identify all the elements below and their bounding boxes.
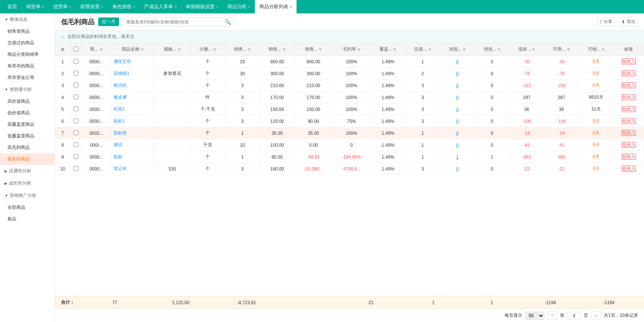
sidebar-group-cluster[interactable]: ▼ 类群量分析: [0, 83, 55, 96]
nav-close-list[interactable]: ×: [290, 5, 292, 9]
nav-close-sale[interactable]: ×: [42, 5, 44, 9]
row-no: 2: [55, 68, 70, 80]
row-sale-amount: 35.00: [295, 127, 333, 139]
col-spec[interactable]: 规格... ⇅: [154, 43, 190, 56]
sidebar-item-high-margin[interactable]: 高毛利商品: [0, 142, 55, 153]
col-current-stock[interactable]: 现有... ⇅: [509, 43, 544, 56]
row-name[interactable]: 鼠标1: [111, 115, 154, 127]
row-browse1[interactable]: 0: [440, 68, 475, 80]
nav-purchase[interactable]: 进货单 ×: [49, 0, 76, 13]
row-checkbox[interactable]: [70, 151, 81, 163]
col-browse1[interactable]: 浏览... ⇅: [440, 43, 475, 56]
col-available-stock[interactable]: 可用... ⇅: [544, 43, 579, 56]
row-name[interactable]: 鼠标: [111, 151, 154, 163]
row-browse1[interactable]: 0: [440, 139, 475, 151]
row-name[interactable]: 铅笔1: [111, 103, 154, 115]
search-input[interactable]: [126, 19, 223, 25]
share-button[interactable]: ⤴ 分享: [597, 17, 615, 26]
row-name[interactable]: 吴细细1: [111, 68, 154, 80]
sidebar-item-low-value[interactable]: 低价值商品: [0, 107, 55, 119]
nav-close-permission[interactable]: ×: [101, 5, 103, 9]
row-gross-margin: 100%: [332, 127, 371, 139]
row-browse1[interactable]: 0: [440, 80, 475, 92]
nav-close-role[interactable]: ×: [133, 5, 135, 9]
nav-close-template[interactable]: ×: [216, 5, 218, 9]
per-page-select[interactable]: 50 20 100: [525, 312, 544, 320]
nav-close-product-analysis[interactable]: ×: [248, 5, 250, 9]
nav-home[interactable]: 首页: [3, 0, 22, 13]
col-gross-margin[interactable]: 毛利率 ⇅: [332, 43, 371, 56]
row-trade-count: 1: [405, 139, 440, 151]
row-checkbox[interactable]: [70, 68, 81, 80]
row-browse1[interactable]: 1: [440, 151, 475, 163]
sidebar-item-stock-capital[interactable]: 库存资金占用: [0, 72, 55, 83]
row-checkbox[interactable]: [70, 115, 81, 127]
col-settings[interactable]: ⚙: [55, 43, 70, 56]
row-gross-margin: 100%: [332, 92, 371, 103]
nav-product-in[interactable]: 产成品入库单 ×: [140, 0, 181, 13]
row-name[interactable]: 橡皮擦: [111, 92, 154, 103]
sidebar-item-new-products[interactable]: 新品: [0, 213, 55, 225]
nav-product-analysis-list[interactable]: 商品分析列表 ×: [255, 0, 297, 13]
sidebar-group-overall[interactable]: ▼ 整体信息: [0, 13, 55, 26]
row-checkbox[interactable]: [70, 127, 81, 139]
filter-recent-month[interactable]: 近一月: [98, 17, 119, 26]
export-button[interactable]: ⬆ 导出: [619, 17, 638, 26]
nav-template[interactable]: 单据模板设置 ×: [181, 0, 223, 13]
col-sale-qty[interactable]: 销售... ⇅: [225, 43, 260, 56]
sidebar-group-marketing[interactable]: ▼ 营销推广分析: [0, 189, 55, 202]
row-name[interactable]: 电话机: [111, 80, 154, 92]
nav-close-purchase[interactable]: ×: [69, 5, 71, 9]
col-browse2[interactable]: 浏览... ⇅: [475, 43, 509, 56]
col-coverage[interactable]: 覆盖... ⇅: [371, 43, 405, 56]
row-checkbox[interactable]: [70, 92, 81, 103]
sidebar-item-all-products[interactable]: 全部商品: [0, 202, 55, 213]
col-tag[interactable]: 标签: [613, 43, 644, 56]
nav-close-product-in[interactable]: ×: [174, 5, 177, 9]
search-icon[interactable]: 🔍: [225, 19, 231, 25]
col-trade-count[interactable]: 交易... ⇅: [405, 43, 440, 56]
sidebar-item-sale-products[interactable]: 销售类商品: [0, 26, 55, 37]
row-browse1[interactable]: 0: [440, 163, 475, 175]
row-checkbox[interactable]: [70, 103, 81, 115]
page-input[interactable]: [567, 312, 581, 319]
row-name[interactable]: 属性定价: [111, 56, 154, 68]
nav-role[interactable]: 角色授权 ×: [108, 0, 140, 13]
col-sale-amount[interactable]: 销售... ⇅: [295, 43, 333, 56]
sidebar-item-high-coverage[interactable]: 高覆盖度商品: [0, 119, 55, 130]
row-code: 0000...: [81, 151, 111, 163]
row-browse1[interactable]: 0: [440, 103, 475, 115]
nav-sale-order[interactable]: 销货单 ×: [22, 0, 49, 13]
sidebar-item-category-rate[interactable]: 商品分类助销率: [0, 49, 55, 60]
col-sellable-days[interactable]: 可销... ⇅: [579, 43, 613, 56]
row-name[interactable]: 鼠标垫: [111, 127, 154, 139]
sidebar-item-high-value[interactable]: 高价值商品: [0, 96, 55, 107]
sidebar-group-flow[interactable]: ▶ 流通性分析: [0, 165, 55, 177]
row-browse1[interactable]: 0: [440, 56, 475, 68]
col-sale-price[interactable]: 销售... ⇅: [260, 43, 294, 56]
row-browse1[interactable]: 0: [440, 115, 475, 127]
row-checkbox[interactable]: [70, 56, 81, 68]
prev-page-btn[interactable]: ＜: [547, 311, 557, 320]
row-browse1[interactable]: 0: [440, 92, 475, 103]
row-checkbox[interactable]: [70, 163, 81, 175]
row-name[interactable]: 笔记本: [111, 163, 154, 175]
row-checkbox[interactable]: [70, 80, 81, 92]
footer-sale-qty: 77: [100, 300, 130, 305]
next-page-btn[interactable]: ＞: [591, 311, 601, 320]
sidebar-item-low-coverage[interactable]: 低覆盖度商品: [0, 130, 55, 142]
row-checkbox[interactable]: [70, 139, 81, 151]
row-browse1[interactable]: 0: [440, 127, 475, 139]
sidebar-group-growth[interactable]: ▶ 成长性分析: [0, 177, 55, 189]
nav-permission[interactable]: 权限设置 ×: [76, 0, 108, 13]
sidebar-item-stocked[interactable]: 有库存的商品: [0, 60, 55, 72]
col-unit[interactable]: 计量... ⇅: [190, 43, 225, 56]
sidebar-item-traded-products[interactable]: 交易过的商品: [0, 37, 55, 49]
nav-product-analysis[interactable]: 商品分析 ×: [223, 0, 255, 13]
sidebar-item-low-margin[interactable]: 低毛利商品: [0, 153, 55, 165]
row-name[interactable]: 测试: [111, 139, 154, 151]
col-name[interactable]: 商品名称 ⇅: [111, 43, 154, 56]
col-code[interactable]: 商... ⇅: [81, 43, 111, 56]
row-coverage: 1.49%: [371, 56, 405, 68]
select-all-checkbox[interactable]: [74, 47, 79, 51]
